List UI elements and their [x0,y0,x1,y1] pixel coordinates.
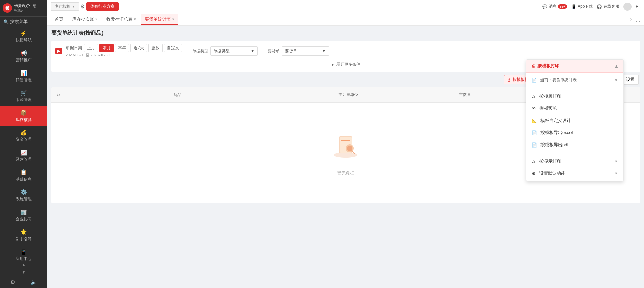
apps-icon: 📱 [20,249,27,255]
dropdown-item-export-pdf[interactable]: 📄 按模板导出pdf [526,139,623,151]
dropdown-title: 按模板打印 [537,63,559,69]
template-design-label: 模板自定义设计 [540,118,571,124]
export-excel-icon: 📄 [532,130,537,135]
expand-more-btn[interactable]: ▼ 展开更多条件 [327,60,364,69]
sidebar-item-operations[interactable]: 📈 经营管理 [0,146,47,166]
tab-order-close-icon[interactable]: × [172,17,174,21]
dropdown-item-template-preview[interactable]: 👁 模板预览 [526,102,623,115]
topbar-right: 💬 消息 99+ 📱 App下载 🎧 在线客服 Rit [542,3,641,11]
empty-svg-illustration [329,130,362,160]
goods-type-label: 要货单 [268,48,280,54]
print-template-dropdown: 🖨 按模板打印 ▲ 📄 当前：要货单统计表 ▼ 🖨 按模板打印 [526,59,624,181]
date-btn-more[interactable]: 更多 [148,44,163,52]
sidebar-item-purchase[interactable]: 🛒 采购管理 [0,86,47,106]
sidebar-item-label: 销售管理 [16,77,32,83]
marketing-icon: 📢 [20,50,27,56]
template-preview-icon: 👁 [532,106,536,111]
display-print-arrow-icon: ▼ [614,159,618,163]
settings-bottom-icon[interactable]: ⚙ [10,279,15,285]
dropdown-item-template-design[interactable]: 📐 模板自定义设计 [526,115,623,127]
inventory-icon: 📦 [20,109,27,116]
goods-type-select[interactable]: 要货单 ▼ [282,46,329,56]
topbar-breadcrumb[interactable]: 库存核算 ▼ [51,2,79,11]
tab-collect-label: 收发存汇总表 [106,16,133,22]
online-service-icon: 🎧 [597,4,602,9]
sidebar-scroll-up[interactable]: ▲ [0,261,47,268]
sidebar-item-label: 企业协同 [16,216,32,222]
sidebar-search[interactable]: 🔍 搜索菜单 [0,17,47,27]
sidebar-item-enterprise[interactable]: 🏢 企业协同 [0,205,47,225]
app-logo-icon: 畅 [3,3,12,13]
trial-button[interactable]: 体验行业方案 [86,2,119,11]
table-settings-btn[interactable]: 设置 [622,75,639,85]
user-name[interactable]: Rit [636,4,641,9]
sidebar-item-quick-nav[interactable]: ⚡ 快捷导航 [0,27,47,46]
sidebar-item-finance[interactable]: 💰 资金管理 [0,126,47,146]
user-avatar-icon [623,3,632,11]
display-print-label: 按显示打印 [539,158,561,164]
date-range-text: 2023-06-01 至 2023-06-30 [66,53,182,58]
date-btn-this-year[interactable]: 本年 [115,44,129,52]
sidebar-item-apps[interactable]: 📱 应用中心 [0,245,47,261]
display-print-item[interactable]: 🖨 按显示打印 ▼ [526,155,623,167]
current-template-item[interactable]: 📄 当前：要货单统计表 ▼ [526,74,623,86]
current-template-label: 当前：要货单统计表 [540,77,577,83]
operations-icon: 📈 [20,149,27,156]
current-template-icon: 📄 [532,78,537,83]
dropdown-item-template-print[interactable]: 🖨 按模板打印 [526,90,623,102]
sidebar-item-system[interactable]: ⚙️ 系统管理 [0,186,47,205]
user-name-text: Rit [636,4,641,9]
dropdown-items-section: 🖨 按模板打印 👁 模板预览 📐 模板自定义设计 📄 按模板导出excel 📄 [526,89,623,152]
sidebar-item-label: 系统管理 [16,196,32,202]
date-label: 单据日期 [66,45,82,51]
finance-icon: 💰 [20,129,27,136]
date-btn-this-month[interactable]: 本月 [99,44,114,52]
sidebar-item-basics[interactable]: 📋 基础信息 [0,166,47,186]
sidebar-item-inventory[interactable]: 📦 库存核算 [0,106,47,126]
tab-home[interactable]: 首页 [51,14,67,25]
topbar-settings-icon[interactable]: ⚙ [80,3,85,10]
sidebar-item-label: 新手引导 [16,236,32,242]
dropdown-close-icon[interactable]: ▲ [614,63,619,69]
scroll-down-icon: ▼ [22,270,26,275]
sound-bottom-icon[interactable]: 🔈 [30,279,37,285]
sidebar-item-label: 快捷导航 [16,37,32,43]
date-btn-last-month[interactable]: 上月 [84,44,98,52]
user-avatar[interactable] [623,3,632,11]
expand-down-icon: ▼ [331,62,335,67]
tab-close-all-icon[interactable]: × [630,17,633,23]
empty-illustration [329,130,362,166]
sales-icon: 📊 [20,70,27,76]
table-col-checkbox[interactable]: ⚙ [51,91,65,99]
topbar-nav: 库存核算 ▼ ⚙ 体验行业方案 [51,2,539,11]
tab-batch-close-icon[interactable]: × [95,17,97,21]
tab-expand-icon[interactable]: ⛶ [635,17,641,23]
messages-button[interactable]: 💬 消息 99+ [542,4,567,9]
default-settings-item[interactable]: ⚙ 设置默认功能 ▼ [526,167,623,180]
sidebar-item-guide[interactable]: 🌟 新手引导 [0,225,47,245]
scroll-up-icon: ▲ [22,262,26,267]
sidebar-item-label: 资金管理 [16,137,32,142]
tab-collect-summary[interactable]: 收发存汇总表 × [102,14,140,25]
content-area: 要货单统计表(按商品) ▶ 单据日期 上月 本月 本年 近7天 更多 [47,26,644,288]
order-type-select[interactable]: 单据类型 ▼ [210,46,258,56]
tab-batch-account[interactable]: 库存批次账 × [68,14,101,25]
date-btn-7days[interactable]: 近7天 [130,44,147,52]
sidebar-scroll-down[interactable]: ▼ [0,268,47,276]
online-service-button[interactable]: 🎧 在线客服 [597,4,619,9]
dropdown-item-export-excel[interactable]: 📄 按模板导出excel [526,127,623,139]
sidebar-item-sales[interactable]: 📊 销售管理 [0,66,47,86]
default-settings-arrow-icon: ▼ [614,171,618,175]
main-area: 库存核算 ▼ ⚙ 体验行业方案 💬 消息 99+ 📱 App下载 🎧 在线客服 [47,0,644,288]
sidebar-item-marketing[interactable]: 📢 营销推广 [0,46,47,66]
dropdown-divider-2 [526,153,623,153]
app-download-button[interactable]: 📱 App下载 [571,4,593,9]
tab-collect-close-icon[interactable]: × [134,17,136,21]
date-btn-custom[interactable]: 自定义 [164,44,182,52]
filter-expand-arrow[interactable]: ▶ [55,48,62,54]
print-icon: 🖨 [507,77,511,82]
tab-order-stats[interactable]: 要货单统计表 × [141,14,178,25]
breadcrumb-arrow-icon: ▼ [72,5,75,8]
table-col-unit: 主计量单位 [290,90,407,100]
display-print-icon: 🖨 [532,159,536,164]
